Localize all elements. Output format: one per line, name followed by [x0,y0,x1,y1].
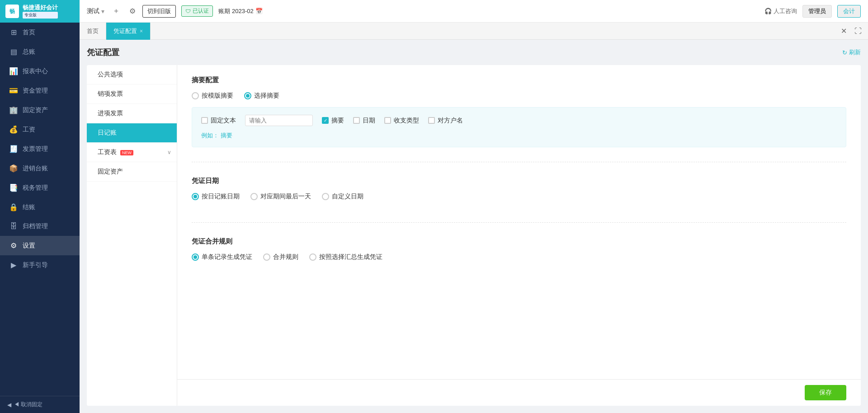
tab-close-window-button[interactable]: ✕ [837,25,850,38]
consult-button[interactable]: 🎧 人工咨询 [764,7,797,15]
reports-icon: 📊 [9,67,18,75]
fixed-text-input[interactable] [245,115,313,126]
left-nav-journal[interactable]: 日记账 [87,123,177,143]
company-name: 测试 [87,7,99,15]
shield-icon: 🛡 [185,8,191,14]
summary-options-row: 固定文本 摘要 日期 [201,115,837,126]
logo-text: 畅捷通好会计 专业版 [23,4,58,19]
sidebar-item-sales[interactable]: 📦 进销台账 [0,159,80,178]
checkbox-fixed-text-box [201,117,208,124]
sidebar-item-reports[interactable]: 📊 报表中心 [0,61,80,81]
checkbox-income-type-box [384,117,391,124]
date-title: 凭证日期 [192,177,846,185]
radio-single-circle [192,253,199,261]
left-nav: 公共选项 销项发票 进项发票 日记账 工资表 NEW [87,65,177,406]
sidebar-item-funds[interactable]: 💳 资金管理 [0,81,80,100]
merge-radio-group: 单条记录生成凭证 合并规则 按照选择汇总生成凭证 [192,253,846,261]
checkbox-summary[interactable]: 摘要 [322,117,344,125]
sidebar-item-ledger[interactable]: ▤ 总账 [0,42,80,61]
tab-voucher-config[interactable]: 凭证配置 × [106,23,151,40]
close-account-icon: 🔒 [9,203,18,211]
archive-icon: 🗄 [9,222,18,230]
tab-close-icon[interactable]: × [140,28,143,34]
tab-fullscreen-button[interactable]: ⛶ [852,25,864,38]
date-section: 凭证日期 按日记账日期 对应期间最后一天 [192,177,846,223]
sidebar-item-salary[interactable]: 💰 工资 [0,120,80,139]
calendar-icon[interactable]: 📅 [255,8,263,14]
sidebar-item-tax[interactable]: 📑 税务管理 [0,178,80,197]
page-title-row: 凭证配置 ↻ 刷新 [87,47,861,58]
radio-journal-date[interactable]: 按日记账日期 [192,192,240,201]
left-nav-sales-invoice[interactable]: 销项发票 [87,84,177,104]
radio-select-summary-merge[interactable]: 按照选择汇总生成凭证 [309,253,382,261]
left-nav-purchase-invoice[interactable]: 进项发票 [87,104,177,123]
sidebar-item-settings[interactable]: ⚙ 设置 [0,236,80,255]
merge-section: 凭证合并规则 单条记录生成凭证 合并规则 [192,237,846,283]
content-area: 凭证配置 ↻ 刷新 公共选项 销项发票 进项发票 [80,40,868,413]
sidebar-item-assets[interactable]: 🏢 固定资产 [0,100,80,120]
radio-period-last[interactable]: 对应期间最后一天 [250,192,311,201]
headset-icon: 🎧 [764,8,772,14]
radio-select-summary[interactable]: 选择摘要 [244,92,279,100]
sidebar-pin-toggle[interactable]: ◀ ◀ 取消固定 [0,396,80,413]
voucher-config-page: 凭证配置 ↻ 刷新 公共选项 销项发票 进项发票 [80,40,868,413]
sidebar-item-close[interactable]: 🔒 结账 [0,197,80,217]
summary-section: 摘要配置 按模版摘要 选择摘要 [192,76,846,162]
tab-bar: 首页 凭证配置 × ✕ ⛶ [80,23,868,40]
salary-icon: 💰 [9,125,18,134]
left-nav-public[interactable]: 公共选项 [87,65,177,84]
radio-custom-date[interactable]: 自定义日期 [322,192,363,201]
sidebar-logo: 畅 畅捷通好会计 专业版 [0,0,80,23]
sidebar-scroll: ⊞ 首页 ▤ 总账 📊 报表中心 💳 资金管理 🏢 固定资产 💰 工资 🧾 发票… [0,23,80,396]
tab-bar-right: ✕ ⛶ [837,25,868,38]
settings-gear-button[interactable]: ⚙ [126,5,139,18]
radio-period-last-circle [250,193,258,200]
refresh-button[interactable]: ↻ 刷新 [842,48,861,56]
header-actions: ＋ ⚙ 切到旧版 [110,5,176,18]
radio-select-circle [244,92,251,99]
refresh-icon: ↻ [842,49,847,56]
top-header: 测试 ▾ ＋ ⚙ 切到旧版 🛡 已认证 账期 2023-02 📅 🎧 人工咨询 … [80,0,868,23]
main-area: 测试 ▾ ＋ ⚙ 切到旧版 🛡 已认证 账期 2023-02 📅 🎧 人工咨询 … [80,0,868,413]
checkbox-income-type[interactable]: 收支类型 [384,117,419,125]
sidebar-item-guide[interactable]: ▶ 新手引导 [0,255,80,275]
config-body: 公共选项 销项发票 进项发票 日记账 工资表 NEW [87,65,861,406]
sidebar-item-invoice[interactable]: 🧾 发票管理 [0,139,80,159]
checkbox-fixed-text[interactable]: 固定文本 [201,117,236,125]
accountant-button[interactable]: 会计 [837,5,861,18]
summary-title: 摘要配置 [192,76,846,84]
add-button[interactable]: ＋ [110,5,123,18]
example-text: 例如： 摘要 [201,131,837,140]
sidebar-item-archive[interactable]: 🗄 归档管理 [0,217,80,236]
company-chevron-icon: ▾ [101,8,104,15]
save-bar: 保存 [177,379,861,406]
left-nav-fixed-assets[interactable]: 固定资产 [87,162,177,182]
merge-title: 凭证合并规则 [192,237,846,246]
sidebar: 畅 畅捷通好会计 专业版 ⊞ 首页 ▤ 总账 📊 报表中心 💳 资金管理 🏢 固… [0,0,80,413]
sales-icon: 📦 [9,164,18,173]
radio-journal-date-circle [192,193,199,200]
sidebar-item-home[interactable]: ⊞ 首页 [0,23,80,42]
date-radio-group: 按日记账日期 对应期间最后一天 自定义日期 [192,192,846,201]
guide-icon: ▶ [9,261,18,269]
save-button[interactable]: 保存 [805,385,846,400]
checkbox-counterpart[interactable]: 对方户名 [428,117,463,125]
company-selector[interactable]: 测试 ▾ [87,7,104,15]
new-badge: NEW [120,150,133,155]
radio-merge-rule-circle [263,253,270,261]
radio-merge-rule[interactable]: 合并规则 [263,253,298,261]
ledger-icon: ▤ [9,47,18,56]
radio-single-record[interactable]: 单条记录生成凭证 [192,253,252,261]
checkbox-counterpart-box [428,117,435,124]
unpin-icon: ◀ [7,402,11,408]
checkbox-date-box [353,117,360,124]
checkbox-date[interactable]: 日期 [353,117,375,125]
tab-home[interactable]: 首页 [80,23,106,40]
switch-old-button[interactable]: 切到旧版 [142,5,176,18]
home-icon: ⊞ [9,28,18,37]
manager-button[interactable]: 管理员 [802,5,832,18]
left-nav-payroll[interactable]: 工资表 NEW ∨ [87,143,177,162]
radio-custom-date-circle [322,193,329,200]
radio-template-summary[interactable]: 按模版摘要 [192,92,233,100]
right-content: 摘要配置 按模版摘要 选择摘要 [177,65,861,379]
